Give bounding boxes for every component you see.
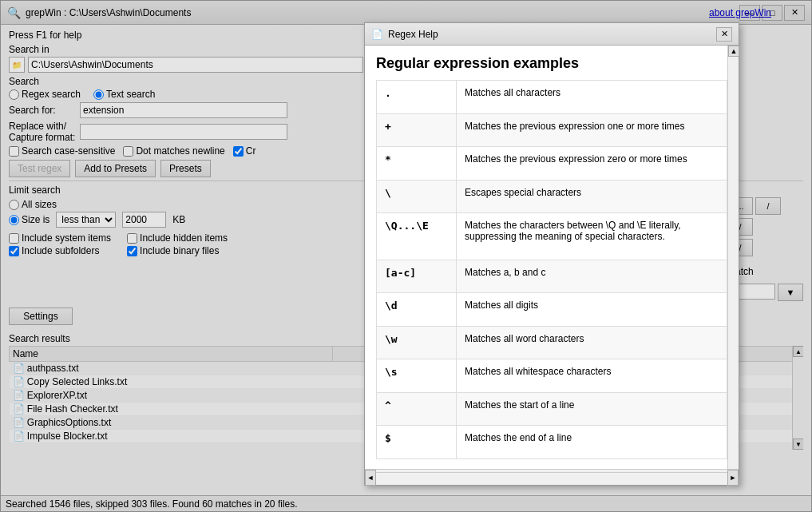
regex-description: Matches the previous expression zero or …	[457, 147, 727, 181]
regex-description: Escapes special characters	[457, 180, 727, 213]
regex-description: Matches the end of a line	[457, 426, 727, 459]
regex-table-row: + Matches the previous expression one or…	[377, 113, 727, 147]
regex-symbol: \w	[377, 326, 457, 359]
dialog-bottom-bar: ◄ ►	[365, 469, 739, 485]
regex-description: Matches the start of a line	[457, 392, 727, 426]
dialog-scroll-up-button[interactable]: ▲	[728, 46, 739, 57]
regex-symbol: +	[377, 113, 457, 147]
regex-table-row: $ Matches the end of a line	[377, 426, 727, 459]
regex-description: Matches all digits	[457, 293, 727, 327]
dialog-icon: 📄	[371, 29, 383, 40]
regex-description: Matches the previous expression one or m…	[457, 113, 727, 147]
regex-table-row: \Q...\E Matches the characters between \…	[377, 213, 727, 260]
regex-description: Matches all whitespace characters	[457, 359, 727, 393]
dialog-heading: Regular expression examples	[376, 55, 727, 72]
regex-symbol: $	[377, 426, 457, 459]
regex-symbol: *	[377, 147, 457, 181]
regex-symbol: \	[377, 180, 457, 213]
regex-symbol: ^	[377, 392, 457, 426]
dialog-title-text: Regex Help	[388, 29, 438, 40]
regex-table-row: \d Matches all digits	[377, 293, 727, 327]
regex-description: Matches the characters between \Q and \E…	[457, 213, 727, 260]
regex-description: Matches a, b and c	[457, 260, 727, 293]
hscroll-left-button[interactable]: ◄	[365, 470, 376, 486]
regex-symbol: \s	[377, 359, 457, 393]
regex-help-dialog: 📄 Regex Help ✕ Regular expression exampl…	[364, 22, 739, 486]
dialog-title-bar: 📄 Regex Help ✕	[365, 23, 739, 46]
regex-description: Matches all characters	[457, 81, 727, 114]
regex-symbol: .	[377, 81, 457, 114]
dialog-close-button[interactable]: ✕	[716, 27, 732, 42]
regex-symbol: [a-c]	[377, 260, 457, 293]
dialog-title-left: 📄 Regex Help	[371, 29, 438, 40]
regex-table-row: [a-c] Matches a, b and c	[377, 260, 727, 293]
regex-symbol: \Q...\E	[377, 213, 457, 260]
hscroll-track[interactable]	[376, 472, 727, 483]
regex-table-row: \s Matches all whitespace characters	[377, 359, 727, 393]
regex-table-row: . Matches all characters	[377, 81, 727, 114]
dialog-scrollbar[interactable]: ▲ ▼	[727, 46, 739, 486]
regex-table-row: ^ Matches the start of a line	[377, 392, 727, 426]
dialog-body: Regular expression examples . Matches al…	[365, 46, 739, 469]
regex-table-row: \ Escapes special characters	[377, 180, 727, 213]
regex-table-row: * Matches the previous expression zero o…	[377, 147, 727, 181]
regex-description: Matches all word characters	[457, 326, 727, 359]
regex-symbol: \d	[377, 293, 457, 327]
hscroll-right-button[interactable]: ►	[727, 470, 739, 486]
regex-examples-table: . Matches all characters + Matches the p…	[376, 80, 727, 459]
regex-table-row: \w Matches all word characters	[377, 326, 727, 359]
